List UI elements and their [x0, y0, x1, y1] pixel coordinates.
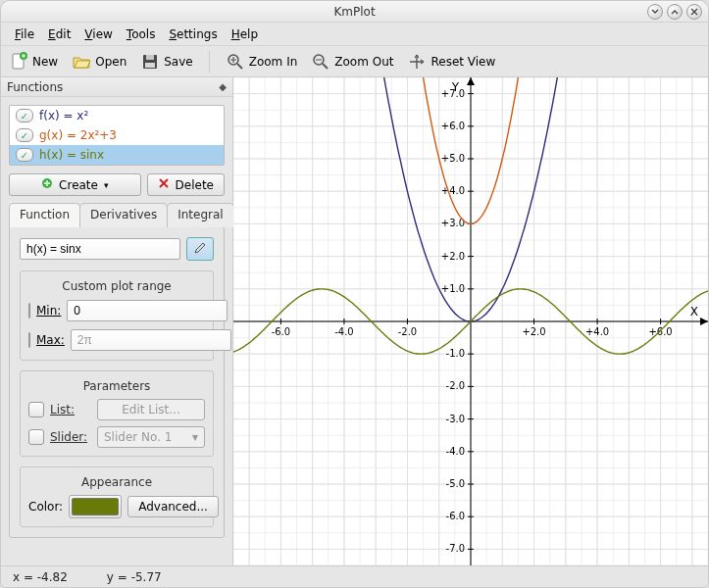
svg-text:-7.0: -7.0	[446, 543, 465, 554]
maximize-button[interactable]	[667, 4, 683, 20]
sidebar: Functions ◆ ✓f(x) = x²✓g(x) = 2x²+3✓h(x)…	[1, 77, 233, 565]
function-expr: h(x) = sinx	[39, 148, 104, 162]
chevron-down-icon: ▾	[104, 180, 109, 190]
min-label: Min:	[36, 304, 61, 318]
svg-rect-4	[145, 63, 155, 68]
function-row[interactable]: ✓h(x) = sinx	[10, 145, 224, 165]
slider-checkbox[interactable]	[28, 429, 44, 445]
zoom-out-icon	[311, 52, 330, 72]
min-input[interactable]	[67, 300, 228, 321]
advanced-button[interactable]: Advanced...	[127, 496, 219, 517]
zoom-out-button[interactable]: Zoom Out	[311, 52, 393, 72]
close-button[interactable]	[686, 4, 702, 20]
create-icon	[41, 177, 53, 192]
delete-button[interactable]: Delete	[147, 173, 225, 196]
open-button[interactable]: Open	[72, 52, 127, 72]
edit-list-button: Edit List...	[97, 399, 205, 420]
svg-text:-6.0: -6.0	[272, 326, 290, 337]
save-button[interactable]: Save	[140, 52, 192, 72]
toolbar: New Open Save Zoom In Zoom Out	[1, 46, 708, 77]
plot-range-caption: Custom plot range	[28, 279, 205, 293]
tab-integral[interactable]: Integral	[167, 203, 233, 227]
zoom-in-label: Zoom In	[249, 55, 298, 69]
delete-icon	[158, 177, 170, 192]
color-swatch	[72, 498, 119, 515]
zoom-in-icon	[226, 52, 245, 72]
toolbar-separator	[209, 51, 210, 73]
svg-text:-1.0: -1.0	[446, 348, 465, 359]
list-checkbox[interactable]	[28, 402, 44, 417]
slider-label: Slider:	[50, 430, 91, 444]
titlebar: KmPlot	[1, 1, 708, 23]
open-icon	[72, 52, 91, 72]
list-label: List:	[50, 403, 91, 416]
svg-text:-4.0: -4.0	[446, 446, 465, 457]
svg-text:-2.0: -2.0	[398, 326, 417, 337]
create-button[interactable]: Create ▾	[9, 173, 141, 196]
menu-view[interactable]: View	[78, 25, 118, 43]
new-button[interactable]: New	[9, 52, 58, 72]
svg-text:+6.0: +6.0	[441, 121, 465, 131]
open-label: Open	[95, 55, 127, 69]
equation-input[interactable]	[20, 238, 180, 260]
collapse-icon[interactable]: ◆	[219, 81, 227, 92]
reset-view-icon	[407, 52, 427, 72]
svg-text:Y: Y	[451, 80, 460, 94]
max-label: Max:	[36, 333, 65, 347]
svg-text:X: X	[690, 305, 698, 318]
max-checkbox[interactable]	[28, 332, 30, 348]
plot-area[interactable]: -6.0-4.0-2.0+2.0+4.0+6.0-7.0-6.0-5.0-4.0…	[233, 77, 708, 565]
svg-text:-2.0: -2.0	[446, 380, 465, 391]
delete-label: Delete	[176, 178, 214, 192]
function-row[interactable]: ✓f(x) = x²	[10, 106, 224, 125]
menu-settings[interactable]: Settings	[163, 25, 223, 43]
functions-header: Functions ◆	[1, 77, 232, 97]
svg-text:-4.0: -4.0	[334, 326, 353, 337]
edit-equation-button[interactable]	[186, 237, 214, 261]
min-checkbox[interactable]	[28, 303, 30, 318]
tab-derivatives[interactable]: Derivatives	[79, 203, 168, 227]
svg-text:+2.0: +2.0	[522, 326, 545, 337]
plot-range-group: Custom plot range Min: Max:	[20, 270, 214, 361]
function-checkbox[interactable]: ✓	[16, 128, 33, 142]
menubar: File Edit View Tools Settings Help	[1, 23, 708, 46]
svg-text:+4.0: +4.0	[585, 326, 609, 337]
zoom-in-button[interactable]: Zoom In	[226, 52, 298, 72]
save-icon	[140, 52, 160, 72]
svg-text:-3.0: -3.0	[446, 414, 465, 424]
zoom-out-label: Zoom Out	[334, 55, 393, 69]
appearance-group: Appearance Color: Advanced...	[20, 466, 214, 527]
statusbar: x = -4.82 y = -5.77	[1, 565, 708, 587]
status-x: x = -4.82	[13, 570, 68, 584]
svg-text:+2.0: +2.0	[441, 251, 465, 262]
parameters-caption: Parameters	[28, 379, 205, 393]
svg-text:+6.0: +6.0	[649, 326, 673, 337]
menu-file[interactable]: File	[9, 25, 40, 43]
color-picker-button[interactable]	[69, 495, 122, 518]
menu-tools[interactable]: Tools	[121, 25, 162, 43]
function-row[interactable]: ✓g(x) = 2x²+3	[10, 125, 224, 145]
window-title: KmPlot	[333, 5, 375, 19]
function-expr: g(x) = 2x²+3	[39, 128, 117, 142]
svg-rect-3	[146, 55, 154, 60]
menu-help[interactable]: Help	[226, 25, 264, 43]
reset-view-label: Reset View	[430, 55, 495, 69]
save-label: Save	[164, 55, 192, 69]
svg-text:+3.0: +3.0	[441, 218, 465, 228]
max-input[interactable]	[71, 329, 231, 351]
function-expr: f(x) = x²	[39, 109, 88, 122]
tab-function[interactable]: Function	[9, 203, 80, 227]
functions-title: Functions	[7, 80, 63, 94]
minimize-button[interactable]	[647, 4, 663, 20]
reset-view-button[interactable]: Reset View	[407, 52, 495, 72]
function-checkbox[interactable]: ✓	[16, 148, 33, 162]
new-icon	[9, 52, 28, 72]
svg-text:+1.0: +1.0	[441, 283, 465, 294]
function-panel: Custom plot range Min: Max:	[9, 226, 225, 538]
menu-edit[interactable]: Edit	[42, 25, 76, 43]
color-label: Color:	[28, 500, 63, 514]
svg-text:-5.0: -5.0	[446, 478, 465, 489]
function-list[interactable]: ✓f(x) = x²✓g(x) = 2x²+3✓h(x) = sinx	[9, 105, 225, 166]
slider-combo: Slider No. 1▾	[97, 426, 205, 448]
function-checkbox[interactable]: ✓	[16, 109, 33, 122]
